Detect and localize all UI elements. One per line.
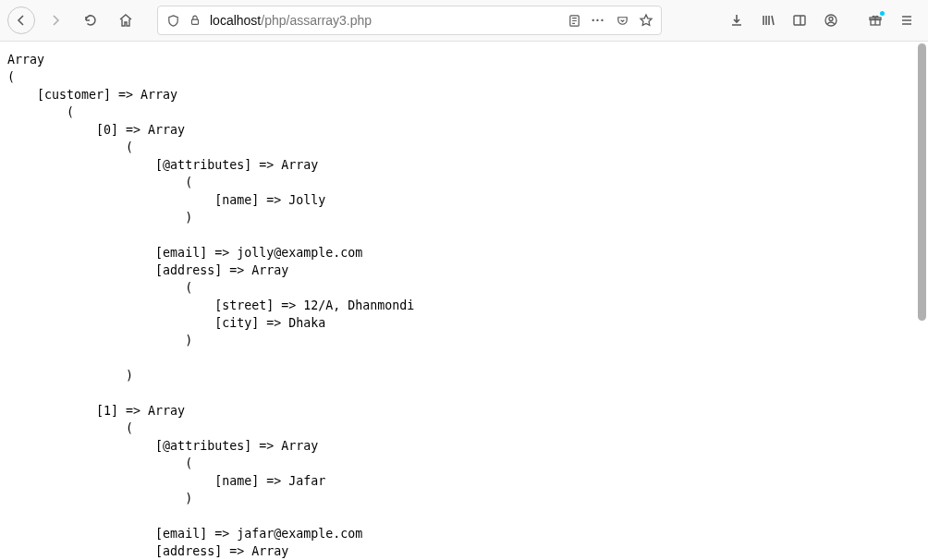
- line: [street] => 12/A, Dhanmondi: [7, 298, 414, 312]
- line: [@attributes] => Array: [7, 439, 318, 453]
- url-host: localhost: [210, 13, 261, 28]
- star-icon[interactable]: [639, 13, 653, 28]
- library-button[interactable]: [754, 6, 782, 35]
- library-icon: [761, 13, 775, 28]
- back-icon: [14, 13, 29, 28]
- reload-button[interactable]: [76, 6, 105, 35]
- url-right-icons: ···: [567, 13, 653, 28]
- download-icon: [729, 13, 744, 28]
- home-button[interactable]: [111, 6, 140, 35]
- scrollbar[interactable]: [917, 43, 926, 558]
- line: Array: [7, 53, 44, 67]
- shield-icon[interactable]: [165, 13, 180, 28]
- line: [name] => Jafar: [7, 474, 325, 488]
- line: (: [7, 140, 133, 154]
- gift-icon: [868, 13, 883, 28]
- browser-toolbar: localhost/php/assarray3.php ···: [0, 0, 928, 42]
- line: (: [7, 105, 74, 119]
- line: (: [7, 421, 133, 435]
- line: ): [7, 369, 133, 383]
- url-path: /php/assarray3.php: [261, 13, 372, 28]
- more-icon[interactable]: ···: [591, 13, 605, 28]
- lock-icon[interactable]: [188, 13, 202, 28]
- address-bar[interactable]: localhost/php/assarray3.php ···: [157, 6, 662, 35]
- reload-icon: [83, 13, 98, 28]
- url-text: localhost/php/assarray3.php: [210, 13, 559, 28]
- line: ): [7, 492, 192, 505]
- whatsnew-button[interactable]: [861, 6, 889, 35]
- line: [address] => Array: [7, 544, 288, 558]
- forward-icon: [48, 13, 63, 28]
- line: [1] => Array: [7, 404, 185, 418]
- home-icon: [118, 13, 133, 28]
- line: ): [7, 334, 192, 347]
- line: (: [7, 281, 192, 295]
- svg-rect-2: [794, 16, 805, 25]
- account-icon: [824, 13, 838, 28]
- back-button[interactable]: [7, 6, 35, 34]
- forward-button: [41, 6, 70, 35]
- line: ): [7, 211, 192, 225]
- line: (: [7, 457, 192, 470]
- menu-button[interactable]: [893, 6, 921, 35]
- page-content: Array ( [customer] => Array ( [0] => Arr…: [0, 42, 928, 560]
- svg-rect-0: [192, 19, 199, 24]
- sidebar-button[interactable]: [786, 6, 813, 35]
- line: [city] => Dhaka: [7, 316, 325, 330]
- line: [@attributes] => Array: [7, 158, 318, 172]
- account-button[interactable]: [817, 6, 845, 35]
- scrollbar-thumb[interactable]: [918, 43, 926, 321]
- line: [email] => jafar@example.com: [7, 527, 362, 541]
- line: (: [7, 176, 192, 189]
- line: [0] => Array: [7, 123, 185, 137]
- pocket-icon[interactable]: [615, 13, 629, 28]
- line: [customer] => Array: [7, 88, 177, 102]
- reader-icon[interactable]: [567, 13, 581, 28]
- svg-point-4: [829, 18, 833, 21]
- viewport: Array ( [customer] => Array ( [0] => Arr…: [0, 42, 928, 560]
- line: (: [7, 70, 15, 84]
- line: [email] => jolly@example.com: [7, 246, 362, 260]
- toolbar-right: [723, 6, 921, 35]
- download-button[interactable]: [723, 6, 751, 35]
- line: [name] => Jolly: [7, 193, 325, 207]
- menu-icon: [899, 13, 914, 28]
- sidebar-icon: [792, 13, 807, 28]
- line: [address] => Array: [7, 263, 288, 277]
